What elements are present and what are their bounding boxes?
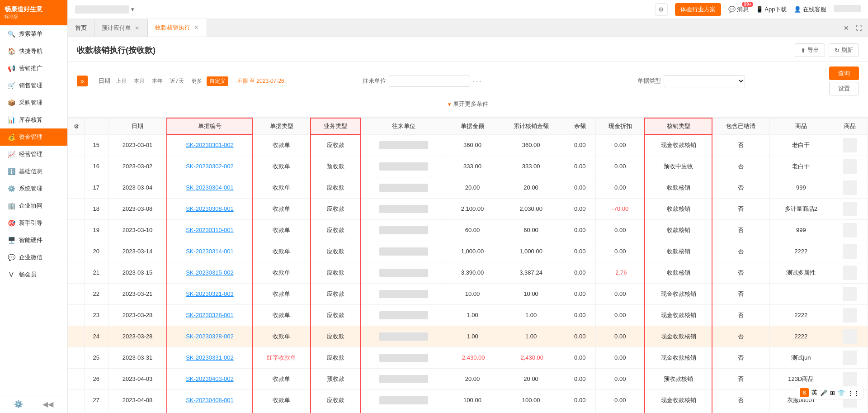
- content-area: 收款核销执行(按收款) ⬆ 导出 ↻ 刷新 » 日期 上月: [68, 37, 868, 413]
- sidebar-item-inventory[interactable]: 📊 库存核算: [0, 111, 67, 128]
- sidebar-item-wechat[interactable]: 💬 企业微信: [0, 249, 67, 266]
- page-header-actions: ⬆ 导出 ↻ 刷新: [795, 43, 859, 57]
- cell-order-no: SK-20230331-002: [167, 347, 252, 368]
- topbar-breadcrumb: ▾: [75, 5, 648, 14]
- order-no-link[interactable]: SK-20230304-001: [186, 184, 234, 191]
- table-row[interactable]: 272023-04-08SK-20230408-001收款单应收款███████…: [68, 389, 868, 411]
- order-no-link[interactable]: SK-20230302-002: [186, 163, 234, 170]
- order-no-link[interactable]: SK-20230328-001: [186, 312, 234, 318]
- date-this-month[interactable]: 本月: [131, 76, 147, 86]
- tab-maximize-btn[interactable]: ⛶: [854, 23, 864, 33]
- order-no-link[interactable]: SK-20230331-002: [186, 354, 234, 361]
- table-row[interactable]: 192023-03-10SK-20230310-001收款单应收款███████…: [68, 219, 868, 241]
- order-no-link[interactable]: SK-20230310-001: [186, 227, 234, 233]
- table-row[interactable]: 202023-03-14SK-20230314-001收款单应收款███████…: [68, 241, 868, 262]
- filter-settings-btn[interactable]: 设置: [829, 82, 859, 95]
- tabbar-actions: ✕ ⛶: [837, 19, 868, 37]
- table-row[interactable]: 162023-03-02SK-20230302-002收款单预收款███████…: [68, 156, 868, 177]
- cell-settings: [68, 219, 85, 241]
- table-row[interactable]: 222023-03-21SK-20230321-003收款单应收款███████…: [68, 283, 868, 304]
- table-row[interactable]: 262023-04-03SK-20230403-002收款单预收款███████…: [68, 368, 868, 389]
- table-row[interactable]: 182023-03-08SK-20230308-001收款单应收款███████…: [68, 198, 868, 219]
- order-no-link[interactable]: SK-20230408-001: [186, 397, 234, 404]
- order-no-link[interactable]: SK-20230315-002: [186, 269, 234, 276]
- sidebar-item-operations[interactable]: 📈 经营管理: [0, 146, 67, 163]
- order-no-link[interactable]: SK-20230308-001: [186, 205, 234, 212]
- cell-no: 18: [85, 198, 108, 219]
- cell-no: 16: [85, 156, 108, 177]
- online-service[interactable]: 👤 在线客服: [794, 5, 826, 14]
- table-row[interactable]: 282023-04-18SK-20230418-001收款单应收款███████…: [68, 411, 868, 413]
- filter-toggle-btn[interactable]: »: [77, 76, 88, 86]
- tab-close-pending-payment[interactable]: ✕: [134, 24, 140, 32]
- cell-balance: 0.00: [564, 241, 596, 262]
- tab-close-collection-cancel[interactable]: ✕: [193, 24, 199, 32]
- date-7days[interactable]: 近7天: [167, 76, 187, 86]
- sidebar-item-sales[interactable]: 🛒 销售管理: [0, 77, 67, 94]
- sidebar-item-marketing[interactable]: 📢 营销推广: [0, 60, 67, 77]
- table-row[interactable]: 232023-03-28SK-20230328-001收款单应收款███████…: [68, 304, 868, 326]
- quick-nav-icon: 🏠: [7, 47, 15, 55]
- order-no-link[interactable]: SK-20230301-002: [186, 142, 234, 148]
- cell-biz-type: 应收款: [311, 411, 360, 413]
- topbar-gear-btn[interactable]: ⚙: [655, 3, 668, 16]
- order-no-link[interactable]: SK-20230328-002: [186, 333, 234, 340]
- sougou-mic[interactable]: 🎤: [820, 389, 827, 396]
- cell-settings: [68, 368, 85, 389]
- sidebar-item-system[interactable]: ⚙️ 系统管理: [0, 180, 67, 197]
- sidebar-item-basic-info[interactable]: ℹ️ 基础信息: [0, 163, 67, 180]
- th-settings[interactable]: ⚙: [68, 118, 85, 134]
- collapse-icon[interactable]: ◀◀: [42, 400, 53, 408]
- tab-collection-cancel[interactable]: 收款核销执行✕: [148, 19, 207, 37]
- sougou-shirt[interactable]: 👕: [838, 389, 845, 396]
- gear-icon[interactable]: ⚙: [74, 123, 79, 130]
- table-row[interactable]: 252023-03-31SK-20230331-002红字收款单应收款█████…: [68, 347, 868, 368]
- settings-icon[interactable]: ⚙️: [14, 400, 23, 408]
- app-download[interactable]: 📱 App下载: [756, 5, 787, 14]
- cell-amount: 333.00: [447, 156, 498, 177]
- query-button[interactable]: 查询: [829, 66, 859, 80]
- sidebar-item-quick-nav[interactable]: 🏠 快捷导航: [0, 43, 67, 60]
- sougou-grid[interactable]: ⊞: [830, 389, 835, 396]
- date-more[interactable]: 更多: [189, 76, 205, 86]
- date-last-month[interactable]: 上月: [113, 76, 129, 86]
- table-row[interactable]: 172023-03-04SK-20230304-001收款单应收款███████…: [68, 177, 868, 198]
- messages-badge[interactable]: 💬 消息 99+: [728, 5, 749, 14]
- table-row[interactable]: 152023-03-01SK-20230301-002收款单应收款███████…: [68, 134, 868, 156]
- date-this-year[interactable]: 本年: [149, 76, 165, 86]
- refresh-button[interactable]: ↻ 刷新: [829, 43, 859, 57]
- tab-label-home: 首页: [75, 24, 87, 32]
- counterparty-input[interactable]: [389, 76, 470, 87]
- order-type-select[interactable]: [664, 75, 745, 87]
- sidebar-item-finance[interactable]: 💰 资金管理: [0, 128, 67, 146]
- cell-biz-type: 应收款: [311, 283, 360, 304]
- sidebar-item-hardware[interactable]: 🖥️ 智能硬件: [0, 232, 67, 249]
- th-included: 包含已结清: [712, 118, 770, 134]
- tab-pending-payment[interactable]: 预计应付单✕: [94, 19, 148, 37]
- table-row[interactable]: 242023-03-28SK-20230328-002收款单应收款███████…: [68, 326, 868, 347]
- export-button[interactable]: ⬆ 导出: [795, 43, 825, 57]
- expand-more-btn[interactable]: ▾ 展开更多条件: [444, 98, 492, 110]
- table-row[interactable]: 212023-03-15SK-20230315-002收款单应收款███████…: [68, 262, 868, 283]
- solution-button[interactable]: 体验行业方案: [675, 3, 721, 16]
- sidebar-item-member[interactable]: V 畅会员: [0, 266, 67, 283]
- sidebar-label-search: 搜索菜单: [19, 30, 42, 38]
- cell-party: ████████: [360, 326, 447, 347]
- sidebar-item-enterprise[interactable]: 🏢 企业协同: [0, 197, 67, 214]
- sidebar-item-guide[interactable]: 🎯 新手引导: [0, 214, 67, 232]
- sougou-apps[interactable]: ⋮⋮: [848, 389, 859, 396]
- date-custom-btn[interactable]: 自定义: [207, 76, 228, 86]
- cell-no: 25: [85, 347, 108, 368]
- cell-settings: [68, 347, 85, 368]
- order-no-link[interactable]: SK-20230321-003: [186, 290, 234, 297]
- cell-date: 2023-03-08: [108, 198, 167, 219]
- breadcrumb-dropdown[interactable]: ▾: [131, 6, 134, 13]
- cell-order-type: 收款单: [252, 177, 311, 198]
- order-no-link[interactable]: SK-20230314-001: [186, 248, 234, 255]
- sidebar-item-purchase[interactable]: 📦 采购管理: [0, 94, 67, 111]
- tab-home[interactable]: 首页: [68, 19, 94, 37]
- th-goods: 商品: [770, 118, 832, 134]
- sidebar-item-search[interactable]: 🔍 搜索菜单: [0, 25, 67, 43]
- order-no-link[interactable]: SK-20230403-002: [186, 375, 234, 382]
- tab-close-all-btn[interactable]: ✕: [841, 23, 852, 33]
